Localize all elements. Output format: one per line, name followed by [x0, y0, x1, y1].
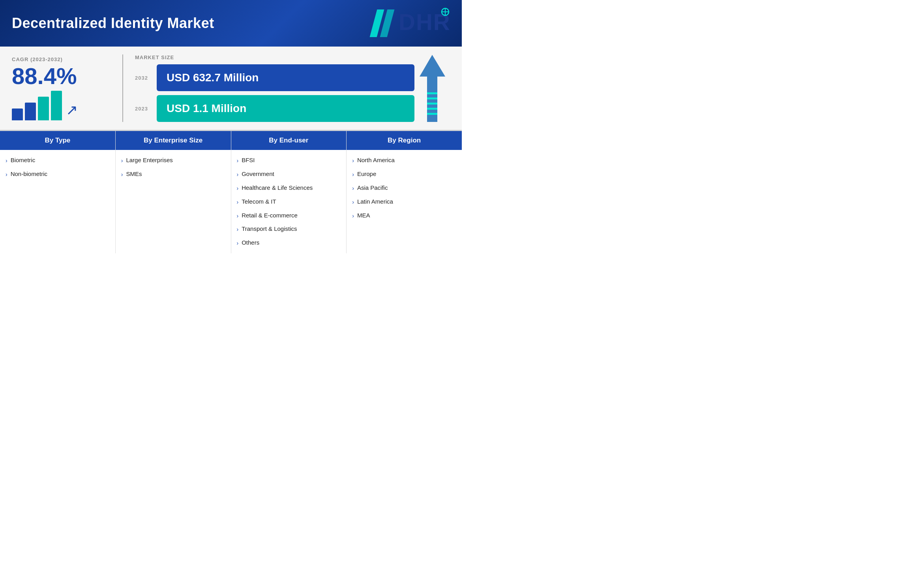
- list-item-label: Non-biometric: [11, 170, 47, 178]
- dhr-logo-svg: DHR: [399, 7, 450, 35]
- list-item: ›Telecom & IT: [237, 198, 341, 206]
- chevron-icon: ›: [121, 157, 123, 165]
- market-size-section: MARKET SIZE 2032 USD 632.7 Million 2023 …: [122, 54, 414, 122]
- table-col-1: By Enterprise Size›Large Enterprises›SME…: [116, 131, 231, 253]
- list-item: ›Biometric: [6, 156, 110, 165]
- list-item: ›Latin America: [352, 198, 456, 206]
- trend-arrow-icon: ↗: [66, 102, 78, 118]
- list-item-label: Telecom & IT: [242, 198, 276, 206]
- logo-dhr: DHR: [399, 7, 450, 39]
- year-2032: 2032: [135, 75, 151, 81]
- list-item-label: Transport & Logistics: [242, 225, 297, 233]
- col-header-3: By Region: [347, 131, 462, 150]
- svg-marker-4: [420, 55, 445, 122]
- svg-rect-9: [427, 113, 437, 115]
- list-item: ›Non-biometric: [6, 170, 110, 178]
- cagr-section: CAGR (2023-2032) 88.4% ↗: [12, 54, 122, 122]
- cagr-value: 88.4%: [12, 65, 77, 88]
- list-item-label: Healthcare & Life Sciences: [242, 184, 313, 192]
- market-row-2032: 2032 USD 632.7 Million: [135, 64, 414, 91]
- page-header: Decentralized Identity Market DHR: [0, 0, 462, 47]
- chevron-icon: ›: [237, 212, 239, 220]
- cagr-label: CAGR (2023-2032): [12, 56, 63, 62]
- header-decoration: [373, 0, 391, 47]
- svg-rect-8: [427, 108, 437, 110]
- col-header-2: By End-user: [231, 131, 347, 150]
- chevron-icon: ›: [352, 185, 354, 192]
- col-body-0: ›Biometric›Non-biometric: [0, 150, 115, 253]
- list-item: ›Healthcare & Life Sciences: [237, 184, 341, 192]
- chevron-icon: ›: [237, 198, 239, 206]
- table-col-3: By Region›North America›Europe›Asia Paci…: [347, 131, 462, 253]
- list-item: ›BFSI: [237, 156, 341, 165]
- stats-row: CAGR (2023-2032) 88.4% ↗ MARKET SIZE 203…: [0, 47, 462, 131]
- list-item: ›North America: [352, 156, 456, 165]
- col-body-3: ›North America›Europe›Asia Pacific›Latin…: [347, 150, 462, 253]
- market-row-2023: 2023 USD 1.1 Million: [135, 95, 414, 122]
- chevron-icon: ›: [121, 171, 123, 178]
- list-item-label: Europe: [357, 170, 376, 178]
- list-item: ›Others: [237, 239, 341, 247]
- list-item: ›Transport & Logistics: [237, 225, 341, 233]
- bar-3: [38, 97, 49, 120]
- bar-4: [51, 91, 62, 120]
- list-item-label: Others: [242, 239, 259, 247]
- market-value-2032: USD 632.7 Million: [157, 64, 414, 91]
- list-item-label: Biometric: [11, 156, 36, 164]
- market-rows: 2032 USD 632.7 Million 2023 USD 1.1 Mill…: [135, 64, 414, 122]
- market-size-label: MARKET SIZE: [135, 54, 414, 60]
- svg-rect-6: [427, 97, 437, 99]
- bar-2: [25, 103, 36, 120]
- logo-area: DHR: [399, 7, 450, 39]
- col-header-0: By Type: [0, 131, 115, 150]
- list-item: ›Large Enterprises: [121, 156, 225, 165]
- chevron-icon: ›: [237, 157, 239, 165]
- chevron-icon: ›: [237, 240, 239, 247]
- list-item: ›Retail & E-commerce: [237, 211, 341, 220]
- list-item-label: North America: [357, 156, 395, 164]
- list-item: ›MEA: [352, 211, 456, 220]
- list-item-label: SMEs: [126, 170, 142, 178]
- cagr-chart: ↗: [12, 91, 78, 120]
- list-item: ›Europe: [352, 170, 456, 178]
- list-item-label: BFSI: [242, 156, 255, 164]
- list-item-label: Latin America: [357, 198, 393, 206]
- chevron-icon: ›: [352, 212, 354, 220]
- chevron-icon: ›: [237, 226, 239, 233]
- chevron-icon: ›: [237, 171, 239, 178]
- col-body-2: ›BFSI›Government›Healthcare & Life Scien…: [231, 150, 347, 253]
- col-header-1: By Enterprise Size: [116, 131, 231, 150]
- page-title: Decentralized Identity Market: [12, 15, 214, 32]
- table-col-0: By Type›Biometric›Non-biometric: [0, 131, 116, 253]
- list-item-label: MEA: [357, 211, 370, 219]
- svg-rect-7: [427, 103, 437, 105]
- chevron-icon: ›: [352, 157, 354, 165]
- table-section: By Type›Biometric›Non-biometricBy Enterp…: [0, 131, 462, 253]
- bar-1: [12, 109, 23, 120]
- arrow-up-section: [414, 54, 450, 122]
- chevron-icon: ›: [6, 157, 7, 165]
- list-item-label: Large Enterprises: [126, 156, 172, 164]
- chevron-icon: ›: [352, 198, 354, 206]
- col-body-1: ›Large Enterprises›SMEs: [116, 150, 231, 253]
- list-item: ›Asia Pacific: [352, 184, 456, 192]
- list-item-label: Government: [242, 170, 274, 178]
- list-item-label: Asia Pacific: [357, 184, 388, 192]
- svg-rect-5: [427, 92, 437, 94]
- chevron-icon: ›: [237, 185, 239, 192]
- table-col-2: By End-user›BFSI›Government›Healthcare &…: [231, 131, 347, 253]
- list-item: ›SMEs: [121, 170, 225, 178]
- list-item-label: Retail & E-commerce: [242, 211, 298, 219]
- chevron-icon: ›: [6, 171, 7, 178]
- list-item: ›Government: [237, 170, 341, 178]
- chevron-icon: ›: [352, 171, 354, 178]
- market-value-2023: USD 1.1 Million: [157, 95, 414, 122]
- year-2023: 2023: [135, 106, 151, 112]
- growth-arrow-icon: [420, 55, 445, 122]
